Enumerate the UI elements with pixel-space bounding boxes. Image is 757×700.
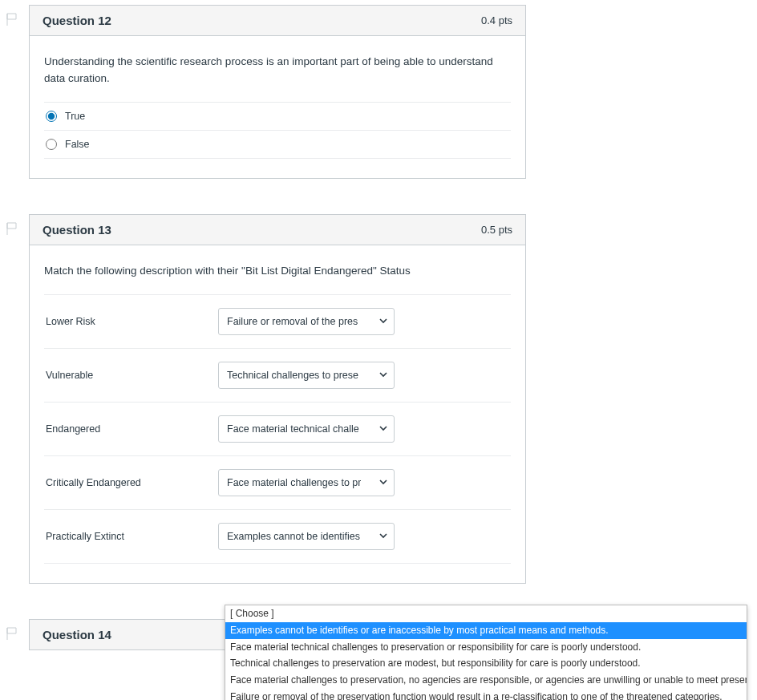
answer-false[interactable]: False bbox=[44, 130, 511, 159]
question-text: Understanding the scientific research pr… bbox=[44, 54, 511, 87]
flag-icon[interactable] bbox=[6, 630, 18, 642]
question-title: Question 14 bbox=[43, 628, 111, 641]
question-box: Question 12 0.4 pts Understanding the sc… bbox=[29, 5, 526, 179]
match-label: Lower Risk bbox=[46, 316, 218, 327]
dropdown-option-2[interactable]: Face material technical challenges to pr… bbox=[225, 639, 747, 656]
question-title: Question 12 bbox=[43, 14, 111, 27]
match-label: Endangered bbox=[46, 423, 218, 435]
match-label: Vulnerable bbox=[46, 370, 218, 381]
flag-column bbox=[6, 619, 21, 642]
chevron-down-icon bbox=[379, 423, 387, 435]
match-select-practically-extinct[interactable]: Examples cannot be identifies bbox=[218, 523, 395, 550]
match-select-lower-risk[interactable]: Failure or removal of the pres bbox=[218, 308, 395, 335]
match-row-critically-endangered: Critically Endangered Face material chal… bbox=[44, 455, 511, 509]
select-value: Technical challenges to prese bbox=[227, 370, 358, 381]
match-row-endangered: Endangered Face material technical chall… bbox=[44, 402, 511, 455]
chevron-down-icon bbox=[379, 370, 387, 381]
radio-false[interactable] bbox=[46, 139, 57, 150]
radio-true[interactable] bbox=[46, 111, 57, 122]
dropdown-panel[interactable]: [ Choose ] Examples cannot be identifies… bbox=[225, 605, 747, 700]
answers: True False bbox=[44, 102, 511, 159]
match-label: Practically Extinct bbox=[46, 531, 218, 542]
question-body: Match the following description with the… bbox=[30, 245, 525, 583]
match-row-practically-extinct: Practically Extinct Examples cannot be i… bbox=[44, 509, 511, 564]
flag-column bbox=[6, 5, 21, 28]
chevron-down-icon bbox=[379, 316, 387, 327]
question-text: Match the following description with the… bbox=[44, 263, 511, 280]
answer-label: False bbox=[65, 139, 90, 150]
match-select-endangered[interactable]: Face material technical challe bbox=[218, 415, 395, 443]
dropdown-option-5[interactable]: Failure or removal of the preservation f… bbox=[225, 689, 747, 700]
select-value: Failure or removal of the pres bbox=[227, 316, 358, 327]
select-value: Examples cannot be identifies bbox=[227, 531, 360, 542]
match-label: Critically Endangered bbox=[46, 477, 218, 488]
chevron-down-icon bbox=[379, 477, 387, 488]
question-title: Question 13 bbox=[43, 223, 111, 237]
question-header: Question 13 0.5 pts bbox=[30, 215, 525, 245]
chevron-down-icon bbox=[379, 531, 387, 542]
dropdown-option-3[interactable]: Technical challenges to preservation are… bbox=[225, 655, 747, 672]
match-select-vulnerable[interactable]: Technical challenges to prese bbox=[218, 362, 395, 389]
flag-column bbox=[6, 214, 21, 237]
select-value: Face material technical challe bbox=[227, 423, 359, 435]
flag-icon[interactable] bbox=[6, 16, 18, 28]
question-header: Question 12 0.4 pts bbox=[30, 6, 525, 36]
answer-true[interactable]: True bbox=[44, 102, 511, 130]
dropdown-option-1[interactable]: Examples cannot be identifies or are ina… bbox=[225, 622, 747, 639]
question-points: 0.4 pts bbox=[481, 14, 512, 26]
match-select-critically-endangered[interactable]: Face material challenges to pr bbox=[218, 469, 395, 496]
question-13: Question 13 0.5 pts Match the following … bbox=[6, 214, 757, 584]
dropdown-option-choose[interactable]: [ Choose ] bbox=[225, 605, 747, 622]
select-value: Face material challenges to pr bbox=[227, 477, 361, 488]
answer-label: True bbox=[65, 111, 85, 122]
question-points: 0.5 pts bbox=[481, 224, 512, 236]
match-row-vulnerable: Vulnerable Technical challenges to prese bbox=[44, 348, 511, 402]
question-box: Question 13 0.5 pts Match the following … bbox=[29, 214, 526, 584]
flag-icon[interactable] bbox=[6, 225, 18, 237]
question-body: Understanding the scientific research pr… bbox=[30, 36, 525, 178]
question-12: Question 12 0.4 pts Understanding the sc… bbox=[6, 5, 757, 179]
dropdown-option-4[interactable]: Face material challenges to preservation… bbox=[225, 672, 747, 689]
match-row-lower-risk: Lower Risk Failure or removal of the pre… bbox=[44, 294, 511, 348]
